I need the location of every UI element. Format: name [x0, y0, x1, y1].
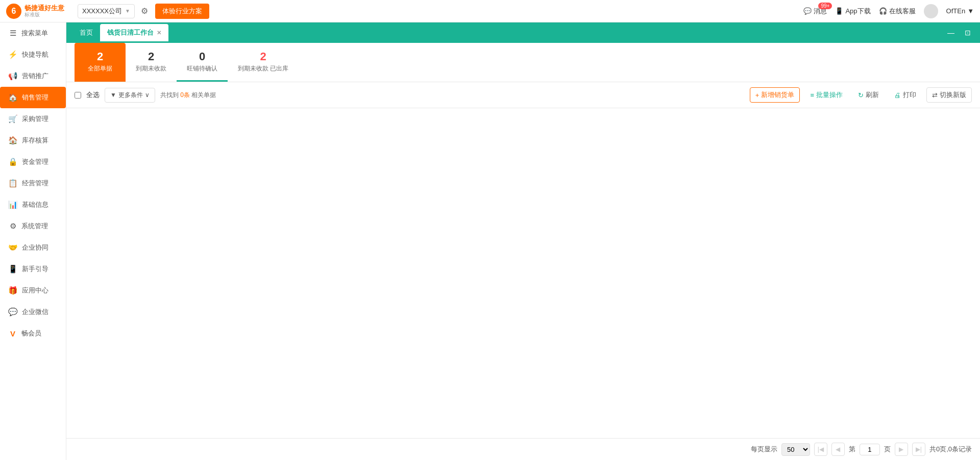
sidebar-item-enterprise[interactable]: 🤝 企业协同: [0, 237, 66, 258]
sidebar-label-enterprise: 企业协同: [22, 243, 48, 252]
sales-icon: 🏠: [8, 93, 18, 102]
sidebar-label-search: 搜索菜单: [21, 29, 48, 38]
sidebar-item-app-center[interactable]: 🎁 应用中心: [0, 280, 66, 301]
refresh-btn[interactable]: ↻ 刷新: [853, 88, 884, 102]
prev-page-btn[interactable]: ◀: [831, 443, 845, 456]
guide-icon: 📱: [8, 264, 18, 274]
stat-number-shipped: 2: [238, 50, 288, 63]
pagination-bar: 每页显示 50 100 200 |◀ ◀ 第 页 ▶ ▶| 共0页,0条记录: [66, 438, 980, 460]
add-sales-btn[interactable]: + 新增销货单: [750, 87, 800, 103]
stat-tab-pending[interactable]: 0 旺铺待确认: [177, 43, 228, 82]
first-page-btn[interactable]: |◀: [814, 443, 827, 456]
sidebar-label-wechat: 企业微信: [22, 307, 48, 317]
filter-btn[interactable]: ▼ 更多条件 ∨: [105, 88, 155, 103]
filter-chevron-icon: ∨: [145, 91, 150, 99]
sidebar-item-operations[interactable]: 📋 经营管理: [0, 173, 66, 194]
batch-ops-label: 批量操作: [816, 90, 843, 100]
operations-icon: 📋: [8, 179, 18, 188]
next-page-btn[interactable]: ▶: [895, 443, 908, 456]
base-info-icon: 📊: [8, 200, 18, 209]
switch-icon: ⇄: [932, 91, 938, 99]
stat-tab-shipped[interactable]: 2 到期未收款 已出库: [228, 43, 299, 82]
company-name: XXXXXX公司: [82, 7, 122, 16]
sidebar: ☰ 搜索菜单 ⚡ 快捷导航 📢 营销推广 🏠 销售管理 🛒 采购管理 🏠 库存核…: [0, 22, 66, 460]
select-all-checkbox[interactable]: [75, 92, 81, 99]
add-sales-label: 新增销货单: [761, 90, 794, 100]
headset-icon: 🎧: [879, 7, 887, 15]
tab-bar-right: — ⊡: [944, 28, 974, 38]
marketing-icon: 📢: [8, 71, 18, 81]
print-label: 打印: [903, 90, 916, 100]
logo-title: 畅捷通好生意: [24, 4, 64, 12]
online-service-btn[interactable]: 🎧 在线客服: [879, 7, 916, 16]
sidebar-item-purchase[interactable]: 🛒 采购管理: [0, 108, 66, 130]
select-all-label: 全选: [86, 90, 100, 100]
sidebar-item-finance[interactable]: 🔒 资金管理: [0, 151, 66, 173]
per-page-label: 每页显示: [751, 445, 777, 454]
per-page-select[interactable]: 50 100 200: [781, 443, 810, 456]
sidebar-item-base-info[interactable]: 📊 基础信息: [0, 194, 66, 215]
toolbar: 全选 ▼ 更多条件 ∨ 共找到 0条 相关单据 + 新增销货单 ≡ 批量操作: [66, 82, 980, 108]
app-download-btn[interactable]: 📱 App下载: [835, 7, 870, 16]
switch-version-btn[interactable]: ⇄ 切换新版: [926, 87, 972, 103]
sidebar-label-operations: 经营管理: [22, 179, 48, 188]
settings-icon[interactable]: ⚙: [139, 4, 150, 18]
sidebar-item-guide[interactable]: 📱 新手引导: [0, 258, 66, 280]
last-page-btn[interactable]: ▶|: [912, 443, 925, 456]
header-right: 💬 消息 99+ 📱 App下载 🎧 在线客服 OfTEn ▼: [803, 4, 974, 18]
sidebar-item-search[interactable]: ☰ 搜索菜单: [0, 22, 66, 44]
logo-area: 6 畅捷通好生意 标准版: [6, 4, 72, 19]
sidebar-label-guide: 新手引导: [22, 264, 48, 274]
sidebar-item-member[interactable]: V 畅会员: [0, 323, 66, 344]
finance-icon: 🔒: [8, 157, 18, 166]
batch-ops-btn[interactable]: ≡ 批量操作: [805, 88, 848, 102]
sidebar-item-inventory[interactable]: 🏠 库存核算: [0, 130, 66, 151]
app-center-icon: 🎁: [8, 286, 18, 295]
tab-minimize-icon[interactable]: —: [944, 28, 958, 38]
logo-sub: 标准版: [24, 12, 64, 18]
sidebar-label-sales: 销售管理: [22, 93, 48, 102]
tab-active[interactable]: 钱货日清工作台 ✕: [100, 24, 168, 41]
member-icon: V: [8, 329, 17, 338]
main-content: 首页 钱货日清工作台 ✕ — ⊡ 2 全部单据 2 到期未收款 0 旺铺待确认: [66, 22, 980, 460]
found-text: 共找到 0条 相关单据: [160, 91, 216, 100]
data-area: [66, 108, 980, 438]
plus-icon: +: [755, 91, 760, 99]
stat-label-overdue: 到期未收款: [136, 64, 166, 73]
active-tab-label: 钱货日清工作台: [107, 28, 154, 37]
batch-icon: ≡: [810, 91, 814, 99]
content-area: 2 全部单据 2 到期未收款 0 旺铺待确认 2 到期未收款 已出库 全选 ▼ …: [66, 43, 980, 460]
wechat-icon: 💬: [8, 307, 18, 317]
sidebar-item-quick-nav[interactable]: ⚡ 快捷导航: [0, 44, 66, 65]
tab-bar: 首页 钱货日清工作台 ✕ — ⊡: [66, 22, 980, 43]
sidebar-label-inventory: 库存核算: [22, 136, 48, 145]
sidebar-label-app-center: 应用中心: [22, 286, 48, 295]
stat-number-all: 2: [85, 50, 115, 63]
user-name: OfTEn: [946, 7, 966, 15]
user-name-area[interactable]: OfTEn ▼: [946, 7, 974, 15]
stat-tab-all[interactable]: 2 全部单据: [75, 43, 126, 82]
company-selector[interactable]: XXXXXX公司 ▼: [78, 4, 135, 18]
stat-tab-overdue[interactable]: 2 到期未收款: [126, 43, 177, 82]
refresh-label: 刷新: [866, 90, 879, 100]
sidebar-label-member: 畅会员: [21, 329, 41, 338]
tab-home[interactable]: 首页: [72, 24, 100, 41]
stat-label-all: 全部单据: [85, 64, 115, 73]
stat-number-overdue: 2: [136, 50, 166, 63]
print-btn[interactable]: 🖨 打印: [889, 88, 921, 102]
tab-maximize-icon[interactable]: ⊡: [962, 28, 974, 38]
found-suffix: 相关单据: [191, 91, 216, 99]
sidebar-item-marketing[interactable]: 📢 营销推广: [0, 65, 66, 87]
avatar[interactable]: [924, 4, 938, 18]
stats-tabs: 2 全部单据 2 到期未收款 0 旺铺待确认 2 到期未收款 已出库: [66, 43, 980, 82]
logo-text: 畅捷通好生意 标准版: [24, 4, 64, 18]
tab-close-icon[interactable]: ✕: [157, 30, 161, 36]
experience-btn[interactable]: 体验行业方案: [155, 4, 209, 19]
online-service-label: 在线客服: [889, 7, 916, 16]
sidebar-item-wechat[interactable]: 💬 企业微信: [0, 301, 66, 323]
sidebar-item-sales[interactable]: 🏠 销售管理: [0, 87, 66, 108]
messages-btn[interactable]: 💬 消息 99+: [803, 7, 827, 16]
page-input[interactable]: [860, 444, 880, 455]
message-badge: 99+: [818, 3, 832, 9]
sidebar-item-sys-manage[interactable]: ⚙ 系统管理: [0, 215, 66, 237]
